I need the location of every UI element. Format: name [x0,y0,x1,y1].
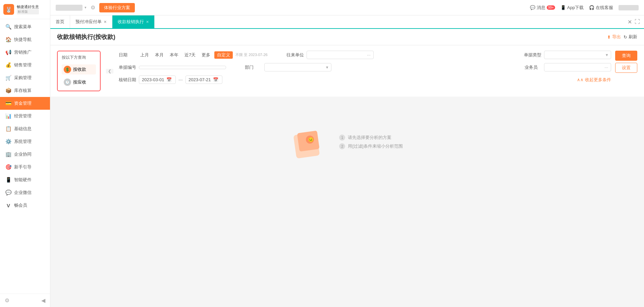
tab-prepay-label: 预付冲应付单 [75,19,102,25]
sidebar-item-member[interactable]: V 畅会员 [0,199,50,212]
app-download-item[interactable]: 📱 App下载 [560,5,584,11]
partner-label: 往来单位 [286,52,304,58]
sidebar-item-label: 企业微信 [14,190,32,196]
topbar-gear-icon[interactable]: ⚙ [91,4,95,11]
tab-home-label: 首页 [56,19,64,25]
dept-chevron: ▾ [326,65,328,70]
filter-collapse-btn[interactable]: ❮ [106,69,113,73]
sidebar-item-guide[interactable]: 🎯 新手引导 [0,161,50,173]
tab-prepay-close[interactable]: ✕ [104,20,107,24]
empty-hint-2-text: 用[过滤]条件来缩小分析范围 [348,143,402,149]
search-menu-icon: 🔍 [5,24,11,30]
sidebar-item-system[interactable]: ⚙️ 系统管理 [0,135,50,148]
message-item[interactable]: 💬 消息 99+ [530,5,555,11]
calendar-icon-start: 📅 [166,77,172,82]
docno-input[interactable] [139,66,226,69]
service-item[interactable]: 🎧 在线客服 [589,5,613,11]
staff-ellipsis[interactable]: ··· [604,65,608,70]
sidebar-logo: 🐰 畅捷通好生意 标准版 [0,0,50,19]
industry-btn[interactable]: 体验行业方案 [99,3,135,12]
sidebar-item-label: 快捷导航 [14,37,32,43]
date-btn-7days[interactable]: 近7天 [182,51,198,59]
date-btn-this-year[interactable]: 本年 [168,51,180,59]
tabbar: 首页 预付冲应付单 ✕ 收款核销执行 ✕ ✕ ⛶ [50,15,644,29]
writeoff-start-input[interactable]: 2023-03-01 📅 [139,75,176,84]
guide-icon: 🎯 [5,164,11,170]
filter-form: 日期 上月 本月 本年 近7天 更多 自定义 不限 至 2023-07-26 [119,51,611,91]
receivable-option-label: 按应收 [73,79,86,85]
page-header-actions: ⬆ 导出 ↻ 刷新 [607,34,637,44]
sidebar-item-label: 基础信息 [14,126,32,132]
staff-input[interactable]: ··· [544,63,611,71]
refresh-button[interactable]: ↻ 刷新 [624,34,637,40]
export-label: 导出 [612,34,621,40]
date-btn-this-month[interactable]: 本月 [153,51,166,59]
sales-icon: 💰 [5,62,11,68]
sidebar-item-search[interactable]: 🔍 搜索菜单 [0,20,50,33]
date-btn-custom[interactable]: 自定义 [214,51,233,59]
partner-input[interactable]: ··· [307,51,374,59]
purchase-icon: 🛒 [5,75,11,81]
marketing-icon: 📢 [5,49,11,55]
topbar-right: 💬 消息 99+ 📱 App下载 🎧 在线客服 [530,5,639,11]
sidebar-item-basic[interactable]: 📋 基础信息 [0,122,50,135]
hardware-icon: 📱 [5,177,11,183]
filter-row-1: 日期 上月 本月 本年 近7天 更多 自定义 不限 至 2023-07-26 [119,51,611,59]
tab-close-all-btn[interactable]: ✕ [628,19,632,25]
settings-button[interactable]: 设置 [615,63,637,73]
doctype-label: 单据类型 [524,52,541,58]
dept-select[interactable]: ▾ [264,63,331,71]
doctype-select[interactable]: ▾ [544,51,611,59]
date-btn-more[interactable]: 更多 [200,51,212,59]
wecom-icon: 💬 [5,190,11,196]
query-button[interactable]: 查询 [615,51,637,61]
logo-text: 畅捷通好生意 [17,4,39,9]
management-icon: 📊 [5,113,11,119]
date-label: 日期 [119,52,136,58]
sidebar-item-hardware[interactable]: 📱 智能硬件 [0,173,50,186]
export-button[interactable]: ⬆ 导出 [607,34,621,40]
page-title: 收款核销执行(按收款) [57,33,115,45]
sidebar-item-management[interactable]: 📊 经营管理 [0,110,50,122]
collapse-icon[interactable]: ◀ [41,297,45,304]
sidebar-item-label: 搜索菜单 [14,24,32,30]
sidebar-nav: 🔍 搜索菜单 🏠 快捷导航 📢 营销推广 💰 销售管理 🛒 采购管理 📦 库存核… [0,19,50,294]
date-btn-last-month[interactable]: 上月 [138,51,151,59]
settings-footer-icon[interactable]: ⚙ [5,297,9,304]
tab-receipt[interactable]: 收款核销执行 ✕ [112,15,155,28]
date-range-separator: — [178,77,183,82]
filter-actions: 查询 设置 [615,51,637,91]
sidebar-item-marketing[interactable]: 📢 营销推广 [0,46,50,59]
sidebar-item-enterprise[interactable]: 🏢 企业协同 [0,148,50,161]
receivable-option-icon: 🕐 [64,79,71,86]
staff-field: 业务员 ··· [525,63,611,71]
sidebar-item-label: 智能硬件 [14,177,32,183]
sidebar-item-label: 资金管理 [14,100,32,106]
sidebar-item-inventory[interactable]: 📦 库存核算 [0,84,50,97]
writeoff-end-input[interactable]: 2023-07-21 📅 [185,75,222,84]
sidebar-item-wecom[interactable]: 💬 企业微信 [0,186,50,199]
svg-text:😐: 😐 [308,137,314,143]
doctype-chevron: ▾ [606,52,608,57]
empty-hint-1: 1 请先选择要分析的方案 [339,135,402,141]
sidebar-item-finance[interactable]: 💳 资金管理 [0,97,50,110]
service-label: 在线客服 [596,5,613,11]
topbar-dropdown-icon[interactable]: ▾ [85,5,87,10]
message-icon: 💬 [530,5,535,10]
tab-prepay[interactable]: 预付冲应付单 ✕ [70,15,112,28]
app-label: App下载 [567,5,584,11]
refresh-icon: ↻ [624,35,627,40]
filter-option-by-receivable[interactable]: 🕐 按应收 [62,77,96,87]
tab-actions: ✕ ⛶ [628,15,644,28]
sidebar-item-quicknav[interactable]: 🏠 快捷导航 [0,33,50,46]
more-conditions-label: 收起更多条件 [585,77,611,83]
tab-home[interactable]: 首页 [50,15,70,28]
partner-ellipsis[interactable]: ··· [367,52,371,57]
tab-expand-btn[interactable]: ⛶ [635,19,640,25]
sidebar-item-purchase[interactable]: 🛒 采购管理 [0,71,50,84]
filter-option-by-receipt[interactable]: 💲 按收款 [62,64,96,74]
inventory-icon: 📦 [5,88,11,94]
more-conditions-btn[interactable]: ∧∧ 收起更多条件 [577,77,611,83]
sidebar-item-sales[interactable]: 💰 销售管理 [0,59,50,71]
tab-receipt-close[interactable]: ✕ [146,20,149,24]
